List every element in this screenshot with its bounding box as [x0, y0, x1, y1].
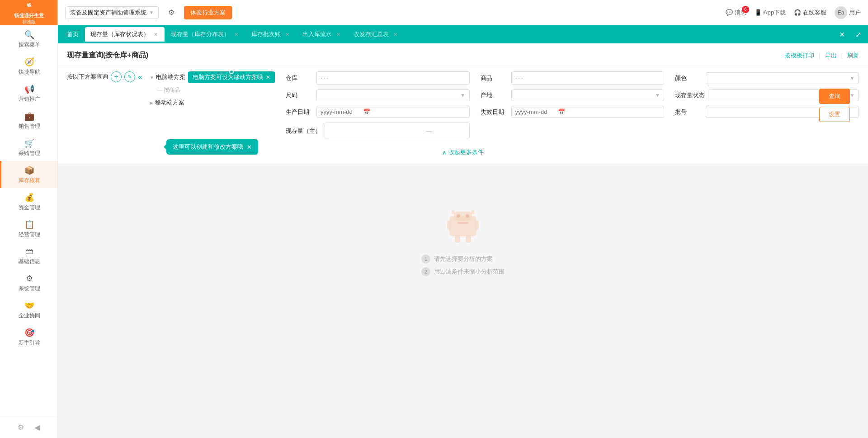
pc-scheme-item[interactable]: ▼ 电脑端方案	[150, 72, 185, 83]
origin-select[interactable]: ▼	[511, 89, 665, 101]
edit-scheme-btn[interactable]: ✎	[124, 71, 135, 82]
compass-icon: 🧭	[24, 57, 34, 67]
expire-date-start[interactable]	[515, 108, 556, 115]
tab-inventory-status[interactable]: 现存量（库存状况表） ✕	[85, 27, 165, 42]
tab-bar: 首页 现存量（库存状况表） ✕ 现存量（库存分布表） ✕ 库存批次账 ✕ 出入库…	[58, 25, 868, 43]
sidebar-item-finance[interactable]: 💰 资金管理	[0, 188, 57, 215]
tab-inventory-dist[interactable]: 现存量（库存分布表） ✕	[165, 27, 245, 42]
sidebar-item-business[interactable]: 📋 经营管理	[0, 215, 57, 242]
sidebar-item-guide[interactable]: 🎯 新手引导	[0, 323, 57, 350]
empty-step-1: 1 请先选择要分析的方案	[421, 254, 505, 264]
color-select[interactable]: ▼	[706, 72, 859, 84]
tab-close-icon[interactable]: ✕	[283, 31, 291, 38]
chevron-down-icon: ▼	[849, 92, 855, 99]
gear-settings-btn[interactable]: ⚙	[164, 5, 179, 20]
empty-step-2: 2 用过滤条件来缩小分析范围	[421, 267, 505, 276]
sidebar-item-label: 营销推广	[19, 95, 40, 103]
app-download-label: App下载	[764, 9, 786, 17]
stock-main-max[interactable]	[434, 127, 466, 134]
dots-icon: ···	[321, 74, 329, 82]
page-title: 现存量查询(按仓库+商品)	[67, 51, 148, 66]
sidebar-item-label: 经营管理	[19, 231, 40, 239]
dash-icon: — 按商品	[157, 86, 180, 94]
produce-date-input[interactable]: 📅	[316, 106, 470, 118]
cart-icon: 🛒	[24, 138, 34, 148]
sidebar-item-quicknav[interactable]: 🧭 快捷导航	[0, 52, 57, 80]
user-label: 用户	[849, 9, 861, 17]
sidebar-item-inventory[interactable]: 📦 库存核算	[0, 161, 57, 188]
sidebar-item-basic[interactable]: 🗃 基础信息	[0, 242, 57, 269]
sidebar-item-marketing[interactable]: 📢 营销推广	[0, 80, 57, 107]
size-select[interactable]: ▼	[316, 89, 470, 101]
online-service-btn[interactable]: 🎧 在线客服	[794, 9, 826, 17]
warehouse-select[interactable]: ···	[316, 71, 470, 85]
refresh-btn[interactable]: 刷新	[847, 52, 859, 60]
message-badge: 6	[742, 6, 749, 13]
stock-main-range: —	[325, 122, 470, 139]
tooltip-close-icon[interactable]: ✕	[247, 144, 252, 151]
calendar-icon[interactable]: 📅	[558, 108, 565, 115]
calendar-icon[interactable]: 📅	[363, 108, 370, 115]
tab-close-all-icon[interactable]: ✕	[835, 28, 848, 41]
add-scheme-btn[interactable]: +	[111, 71, 122, 82]
step-1-text: 请先选择要分析的方案	[434, 255, 493, 263]
expire-date-input[interactable]: 📅	[511, 106, 665, 118]
tab-fullscreen-icon[interactable]: ⤢	[852, 28, 864, 41]
scheme-tag-close-icon[interactable]: ✕	[266, 74, 270, 80]
sidebar-item-system[interactable]: ⚙ 系统管理	[0, 269, 57, 296]
sidebar-item-label: 搜索菜单	[19, 41, 40, 49]
settings-btn[interactable]: ⚙	[14, 420, 28, 434]
sidebar-item-sales[interactable]: 💼 销售管理	[0, 107, 57, 134]
reset-btn[interactable]: 设置	[819, 107, 850, 122]
tab-collect-summary[interactable]: 收发存汇总表 ✕	[348, 27, 404, 42]
user-info[interactable]: Ea 用户	[835, 6, 861, 19]
tab-home[interactable]: 首页	[61, 27, 84, 42]
mobile-scheme-item[interactable]: ▶ 移动端方案	[150, 97, 275, 108]
filter-label: 按以下方案查询	[67, 73, 108, 81]
clipboard-icon: 📋	[24, 220, 34, 230]
tab-label: 现存量（库存状况表）	[90, 30, 149, 38]
svg-rect-7	[447, 221, 451, 230]
message-btn[interactable]: 💬 消息 6	[726, 9, 746, 17]
sidebar-item-company[interactable]: 🤝 企业协同	[0, 296, 57, 323]
svg-rect-12	[472, 210, 474, 214]
system-selector[interactable]: 装备及固定资产辅助管理系统 ▼	[65, 6, 159, 19]
goods-select[interactable]: ···	[511, 71, 665, 85]
svg-point-5	[466, 214, 469, 218]
system-name: 装备及固定资产辅助管理系统	[70, 9, 146, 17]
tab-label: 出入库流水	[302, 30, 332, 38]
svg-rect-9	[455, 235, 460, 243]
step-1-num: 1	[421, 254, 430, 264]
export-btn[interactable]: 导出	[825, 52, 837, 60]
back-scheme-btn[interactable]: «	[138, 72, 142, 82]
tab-inout-flow[interactable]: 出入库流水 ✕	[297, 27, 347, 42]
produce-date-start[interactable]	[321, 108, 361, 115]
tab-close-icon[interactable]: ✕	[335, 31, 342, 38]
logo-text: 畅捷通好生意	[14, 12, 44, 19]
empty-state: 1 请先选择要分析的方案 2 用过滤条件来缩小分析范围	[58, 164, 868, 316]
box-icon: 📦	[24, 165, 34, 175]
svg-rect-6	[458, 222, 468, 224]
app-download-btn[interactable]: 📱 App下载	[755, 9, 786, 17]
tab-close-icon[interactable]: ✕	[392, 31, 399, 38]
sidebar-item-search[interactable]: 🔍 搜索菜单	[0, 25, 57, 52]
logo-sub: 标准版	[22, 19, 36, 25]
industry-btn[interactable]: 体验行业方案	[184, 6, 232, 19]
svg-text:畅: 畅	[27, 3, 31, 8]
tab-close-icon[interactable]: ✕	[232, 31, 240, 38]
search-buttons: 查询 设置	[819, 89, 850, 122]
top-header: 装备及固定资产辅助管理系统 ▼ ⚙ 体验行业方案 💬 消息 6 📱 App下载 …	[58, 0, 868, 25]
chevron-down-icon: ▼	[460, 92, 466, 99]
scheme-label: 电脑端方案	[156, 73, 185, 81]
sub-scheme-item[interactable]: — 按商品	[157, 85, 275, 95]
stock-main-min[interactable]	[329, 125, 425, 137]
collapse-sidebar-btn[interactable]: ◀	[30, 420, 44, 434]
tab-home-label: 首页	[67, 30, 79, 38]
headset-icon: 🎧	[794, 9, 801, 16]
produce-date-label: 生产日期	[286, 108, 313, 116]
tab-close-icon[interactable]: ✕	[152, 31, 159, 38]
sidebar-item-purchase[interactable]: 🛒 采购管理	[0, 134, 57, 161]
print-btn[interactable]: 按模板打印	[785, 52, 814, 60]
search-btn[interactable]: 查询	[819, 89, 850, 104]
tab-batch-ledger[interactable]: 库存批次账 ✕	[246, 27, 296, 42]
